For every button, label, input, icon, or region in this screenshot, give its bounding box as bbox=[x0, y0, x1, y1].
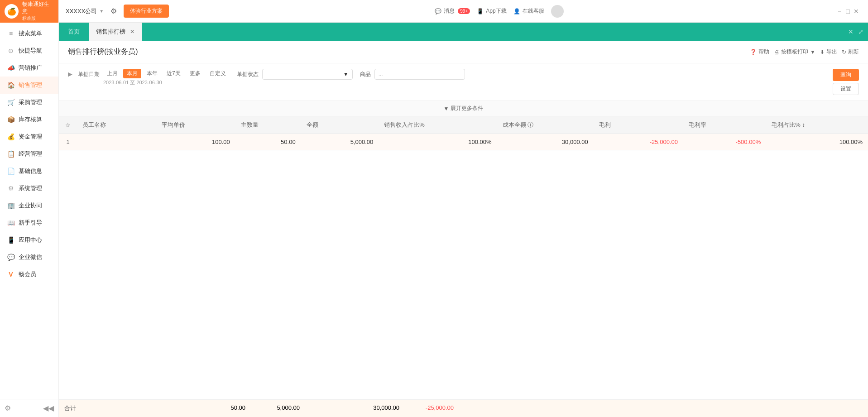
sales-icon: 🏠 bbox=[7, 81, 15, 89]
collapse-icon[interactable]: ◀◀ bbox=[43, 404, 54, 412]
sidebar-item-purchase[interactable]: 🛒 采购管理 bbox=[0, 94, 58, 111]
sidebar-label-finance: 资金管理 bbox=[19, 133, 42, 141]
tab-sales-rank[interactable]: 销售排行榜 ✕ bbox=[89, 23, 142, 41]
app-download-btn[interactable]: 📱 App下载 bbox=[477, 7, 506, 15]
tab-close-window-icon[interactable]: ✕ bbox=[848, 28, 854, 35]
sidebar-label-app-center: 应用中心 bbox=[19, 236, 42, 244]
table-row: 1 100.00 50.00 5,000.00 100.00% 30,000.0… bbox=[59, 134, 868, 150]
maximize-icon[interactable]: □ bbox=[846, 8, 850, 15]
summary-avg-spacer bbox=[155, 404, 191, 412]
print-chevron-icon: ▼ bbox=[810, 49, 815, 55]
date-tab-this-month[interactable]: 本月 bbox=[123, 69, 141, 78]
sidebar-label-quick-nav: 快捷导航 bbox=[19, 47, 42, 55]
summary-cost-amount: 30,000.00 bbox=[354, 404, 399, 412]
app-center-icon: 📱 bbox=[7, 236, 15, 244]
tab-home[interactable]: 首页 bbox=[59, 23, 89, 41]
col-rank: ☆ bbox=[59, 116, 77, 134]
sidebar-item-member[interactable]: V 畅会员 bbox=[0, 266, 58, 283]
sidebar-item-basic-info[interactable]: 📄 基础信息 bbox=[0, 163, 58, 180]
sidebar-item-enterprise[interactable]: 🏢 企业协同 bbox=[0, 197, 58, 214]
status-select[interactable]: ▼ bbox=[262, 69, 353, 80]
date-tab-custom[interactable]: 自定义 bbox=[206, 69, 230, 78]
refresh-button[interactable]: ↻ 刷新 bbox=[842, 48, 859, 56]
sidebar-item-quick-nav[interactable]: ⊙ 快捷导航 bbox=[0, 42, 58, 59]
export-button[interactable]: ⬇ 导出 bbox=[820, 48, 837, 56]
search-menu-icon: ≡ bbox=[7, 30, 15, 37]
settings-bottom-icon[interactable]: ⚙ bbox=[5, 404, 11, 412]
cell-gross-profit: -25,000.00 bbox=[594, 134, 683, 150]
print-icon: 🖨 bbox=[774, 49, 779, 55]
date-tab-this-year[interactable]: 本年 bbox=[143, 69, 161, 78]
sidebar-label-guide: 新手引导 bbox=[19, 219, 42, 227]
service-label: 在线客服 bbox=[523, 7, 544, 15]
query-action-group: 查询 设置 bbox=[833, 69, 859, 95]
expand-chevron-icon: ▼ bbox=[444, 105, 449, 112]
sidebar-label-enterprise: 企业协同 bbox=[19, 201, 42, 210]
sidebar-item-search[interactable]: ≡ 搜索菜单 bbox=[0, 25, 58, 42]
template-print-button[interactable]: 🖨 按模板打印 ▼ bbox=[774, 48, 815, 56]
company-selector[interactable]: XXXXX公司 ▼ bbox=[66, 7, 104, 15]
cell-main-qty: 50.00 bbox=[235, 134, 301, 150]
status-chevron-icon: ▼ bbox=[343, 71, 349, 77]
sidebar-label-weixin: 企业微信 bbox=[19, 253, 42, 261]
topbar-gear-icon[interactable]: ⚙ bbox=[110, 7, 117, 15]
app-download-icon: 📱 bbox=[477, 8, 484, 14]
sidebar: 🍊 畅康通好生意 标准版 ≡ 搜索菜单 ⊙ 快捷导航 📣 营销推广 🏠 销售管理… bbox=[0, 0, 59, 417]
inventory-icon: 📦 bbox=[7, 116, 15, 123]
expand-conditions-button[interactable]: ▼ 展开更多条件 bbox=[444, 105, 484, 112]
date-filter-label: 单据日期 bbox=[78, 71, 100, 78]
sidebar-item-marketing[interactable]: 📣 营销推广 bbox=[0, 59, 58, 77]
trial-button[interactable]: 体验行业方案 bbox=[124, 5, 169, 18]
app-download-label: App下载 bbox=[486, 7, 506, 15]
system-icon: ⚙ bbox=[7, 185, 15, 192]
table-header-row: ☆ 员工名称 平均单价 主数量 全额 销售收入占比% 成本全额 ⓘ 毛利 毛利率… bbox=[59, 116, 868, 134]
summary-amount: 5,000.00 bbox=[254, 404, 300, 412]
date-tab-more[interactable]: 更多 bbox=[186, 69, 204, 78]
query-button[interactable]: 查询 bbox=[833, 69, 859, 81]
table-scroll[interactable]: ☆ 员工名称 平均单价 主数量 全额 销售收入占比% 成本全额 ⓘ 毛利 毛利率… bbox=[59, 116, 868, 399]
settings-button[interactable]: 设置 bbox=[833, 83, 859, 95]
minimize-icon[interactable]: － bbox=[836, 7, 843, 15]
date-tab-last-month[interactable]: 上月 bbox=[103, 69, 121, 78]
filter-arrow-icon[interactable]: ▶ bbox=[68, 71, 72, 77]
online-service-btn[interactable]: 👤 在线客服 bbox=[513, 7, 544, 15]
logo-area: 🍊 畅康通好生意 标准版 bbox=[0, 0, 58, 23]
goods-input[interactable]: ... bbox=[374, 69, 465, 80]
status-filter-label: 单据状态 bbox=[237, 71, 259, 78]
sidebar-label-system: 系统管理 bbox=[19, 184, 42, 192]
summary-name-spacer bbox=[101, 404, 146, 412]
tab-close-icon[interactable]: ✕ bbox=[130, 29, 134, 35]
service-icon: 👤 bbox=[513, 8, 520, 14]
table-container: ☆ 员工名称 平均单价 主数量 全额 销售收入占比% 成本全额 ⓘ 毛利 毛利率… bbox=[59, 116, 868, 417]
tab-restore-icon[interactable]: ⤢ bbox=[858, 28, 863, 35]
sidebar-label-member: 畅会员 bbox=[19, 270, 36, 278]
company-chevron-icon: ▼ bbox=[99, 9, 104, 14]
sidebar-item-operations[interactable]: 📋 经营管理 bbox=[0, 145, 58, 163]
sidebar-item-finance[interactable]: 💰 资金管理 bbox=[0, 128, 58, 145]
summary-pct-spacer bbox=[309, 404, 345, 412]
tabbar: 首页 销售排行榜 ✕ ✕ ⤢ bbox=[59, 23, 868, 41]
logo-icon: 🍊 bbox=[5, 4, 19, 19]
sidebar-item-sales[interactable]: 🏠 销售管理 bbox=[0, 77, 58, 94]
col-main-qty: 主数量 bbox=[235, 116, 301, 134]
sidebar-item-guide[interactable]: 📖 新手引导 bbox=[0, 214, 58, 231]
summary-main-qty: 50.00 bbox=[200, 404, 245, 412]
page-actions: ❓ 帮助 🖨 按模板打印 ▼ ⬇ 导出 ↻ 刷新 bbox=[750, 48, 859, 61]
date-tab-group: 上月 本月 本年 近7天 更多 自定义 2023-06-01 至 2023-06… bbox=[103, 69, 230, 86]
col-sales-pct: 销售收入占比% bbox=[379, 116, 497, 134]
basic-info-icon: 📄 bbox=[7, 168, 15, 175]
sidebar-item-app-center[interactable]: 📱 应用中心 bbox=[0, 231, 58, 249]
goods-filter-label: 商品 bbox=[360, 71, 371, 78]
avatar[interactable] bbox=[551, 5, 564, 18]
date-tab-7days[interactable]: 近7天 bbox=[163, 69, 184, 78]
sidebar-item-inventory[interactable]: 📦 库存核算 bbox=[0, 111, 58, 128]
messages-btn[interactable]: 💬 消息 99+ bbox=[435, 7, 470, 15]
filter-bar: ▶ 单据日期 上月 本月 本年 近7天 更多 自定义 2023-06-01 至 … bbox=[59, 63, 868, 101]
sidebar-item-weixin[interactable]: 💬 企业微信 bbox=[0, 249, 58, 266]
close-icon[interactable]: ✕ bbox=[854, 8, 859, 15]
date-range-display: 2023-06-01 至 2023-06-30 bbox=[103, 79, 230, 86]
settings-col-icon[interactable]: ☆ bbox=[65, 122, 71, 129]
help-button[interactable]: ❓ 帮助 bbox=[750, 48, 769, 56]
sidebar-label-basic-info: 基础信息 bbox=[19, 167, 42, 175]
sidebar-item-system[interactable]: ⚙ 系统管理 bbox=[0, 180, 58, 197]
